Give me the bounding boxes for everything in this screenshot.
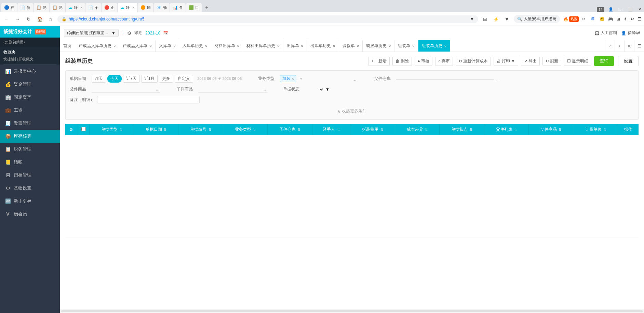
browser-tab-12[interactable]: 🟩 目 [186,3,202,12]
doc-tab-assemble-history[interactable]: 组装单历史 × [418,40,450,52]
browser-tab-3[interactable]: 📋 易 [33,3,49,12]
sidebar-item-report[interactable]: 📊 云报表中心 [0,65,60,78]
biz-tag-close[interactable]: × [292,76,294,81]
game-icon[interactable]: 🎮 [608,17,613,22]
company-selector[interactable]: (勿删勿禁用) 江西服宝测试专用 ▼ [64,29,119,37]
close-in[interactable]: × [173,44,175,48]
sun-icon[interactable]: ☀ [623,17,627,22]
settings-button[interactable]: 设置 [618,56,639,66]
sidebar-item-settings[interactable]: ⚙ 基础设置 [0,182,60,195]
status-select[interactable]: 待审核 已审核 [305,87,324,92]
doc-tab-material-out[interactable]: 材料出库单 × [211,40,243,52]
col-child-warehouse-header[interactable]: 子件仓库 ⇅ [268,124,312,135]
doc-tab-out[interactable]: 出库单 × [283,40,307,52]
abandon-button[interactable]: ○ 弃审 [435,57,453,66]
date-btn-yesterday[interactable]: 昨天 [92,75,106,83]
scrollbar-track[interactable] [61,310,643,312]
tab-scroll-left[interactable]: ‹ [605,40,615,52]
print-button[interactable]: 🖨 打印 ▼ [494,57,518,66]
close-all-tabs[interactable]: ✕ [625,40,634,52]
close-material-out-history[interactable]: × [277,44,279,48]
bookmark-button[interactable]: ☆ [46,15,55,23]
close-assemble[interactable]: × [412,44,414,48]
browser-tab-1[interactable]: 🔵 在 [1,3,17,12]
address-dropdown[interactable]: ▼ [470,17,474,22]
close-transfer-history[interactable]: × [389,44,391,48]
recalculate-button[interactable]: ↻ 重新计算成本 [456,57,491,66]
menu-icon[interactable]: ☰ [638,17,641,22]
col-settings-header[interactable]: ⚙ [65,124,78,135]
date-btn-custom[interactable]: 自定义 [175,75,193,83]
nav-dropdown[interactable]: ▼ [503,15,511,23]
col-bill-type-header[interactable]: 单据类型 ⇅ [89,124,134,135]
query-button[interactable]: 查询 [594,56,614,66]
layout-icon[interactable]: ⊞ [617,17,620,22]
bottom-scrollbar[interactable] [60,309,644,313]
select-all-checkbox[interactable] [81,127,86,131]
col-disassemble-fee-header[interactable]: 拆装费用 ⇅ [350,124,395,135]
close-material-out[interactable]: × [237,44,239,48]
note-input[interactable] [97,96,200,103]
col-parent-goods-header[interactable]: 父件商品 ⇅ [529,124,573,135]
doc-tab-material-out-history[interactable]: 材料出库单历史 × [243,40,283,52]
tab-scroll-right[interactable]: › [615,40,625,52]
col-parent-list-header[interactable]: 父件列表 ⇅ [484,124,528,135]
translate-icon[interactable]: 译 [589,16,596,22]
forward-button[interactable]: → [14,15,22,23]
doc-tab-home[interactable]: 首页 [60,40,75,52]
doc-tab-product-in-history[interactable]: 产成品入库单历史 × [75,40,119,52]
tab-action-close[interactable]: ✕ [637,6,643,12]
history-icon[interactable]: ↩ [631,17,634,22]
browser-tab-9[interactable]: 🟠 腾 [138,3,153,12]
parent-goods-more-btn[interactable]: ... [156,87,159,91]
back-button[interactable]: ← [3,15,11,23]
warehouse-more-btn[interactable]: ... [495,76,499,81]
tab-action-minimize[interactable]: — [617,7,624,12]
tab-close-5[interactable]: × [80,5,82,10]
col-handler-header[interactable]: 经手人 ⇅ [312,124,350,135]
user-info[interactable]: 👤 徐泽华 [621,30,640,36]
export-button[interactable]: ↗ 导出 [521,57,540,66]
col-bill-status-header[interactable]: 单据状态 ⇅ [440,124,484,135]
sidebar-item-guide[interactable]: 🆕 新手引导 [0,195,60,208]
sidebar-item-inventory[interactable]: 📦 库存核算 [0,130,60,143]
hot-search-tag[interactable]: 🔥 热搜 [563,16,579,22]
col-unit-header[interactable]: 计量单位 ⇅ [573,124,618,135]
child-goods-more-btn[interactable]: ... [263,87,266,91]
sidebar-item-tax[interactable]: 📋 税务管理 [0,143,60,156]
close-out[interactable]: × [301,44,303,48]
add-button[interactable]: + + 新增 [368,57,389,66]
col-biz-type-header[interactable]: 业务类型 ⇅ [223,124,267,135]
biz-more-btn[interactable]: ... [351,76,358,82]
tab-close-8[interactable]: × [132,5,134,10]
service-button[interactable]: 🎧 人工咨询 [594,30,617,36]
col-checkbox-header[interactable] [78,124,89,135]
date-btn-1month[interactable]: 近1月 [141,75,158,83]
doc-tab-out-history[interactable]: 出库单历史 × [307,40,339,52]
tab-action-profile[interactable]: 👤 [607,6,615,12]
refresh-button[interactable]: ↻ 刷新 [542,57,561,66]
doc-tab-in[interactable]: 入库单 × [156,40,179,52]
col-bill-no-header[interactable]: 单据编号 ⇅ [178,124,223,135]
sidebar-item-salary[interactable]: 💼 工资 [0,104,60,117]
calendar-icon[interactable]: 📅 [163,31,168,35]
sidebar-item-member[interactable]: V 畅会员 [0,208,60,220]
lightning-button[interactable]: ⚡ [492,15,500,23]
audit-button[interactable]: ● 审核 [415,57,432,66]
period-value[interactable]: 2021-10 [145,31,160,35]
favorites-shortcut[interactable]: 快捷键打开收藏夹 [3,57,56,62]
browser-tab-5[interactable]: ☁ 好 × [66,3,85,12]
settings-gear-icon[interactable]: ⚙ [127,30,132,36]
browser-tab-10[interactable]: 📧 畅 [154,3,170,12]
browser-tab-2[interactable]: 📄 新 [17,3,33,12]
add-company-button[interactable]: + [121,30,124,36]
sidebar-item-asset[interactable]: 🏢 固定资产 [0,91,60,104]
col-cost-diff-header[interactable]: 成本差异 ⇅ [395,124,439,135]
date-btn-more[interactable]: 更多 [159,75,173,83]
close-product-in[interactable]: × [149,44,151,48]
tab-action-maximize[interactable]: ⬜ [627,6,634,12]
browser-tab-4[interactable]: 📋 易 [50,3,65,12]
browser-tab-7[interactable]: 🔴 企 [102,3,117,12]
browser-tab-6[interactable]: 📄 个 [85,3,101,12]
biz-tag[interactable]: 组装 × [280,75,296,82]
